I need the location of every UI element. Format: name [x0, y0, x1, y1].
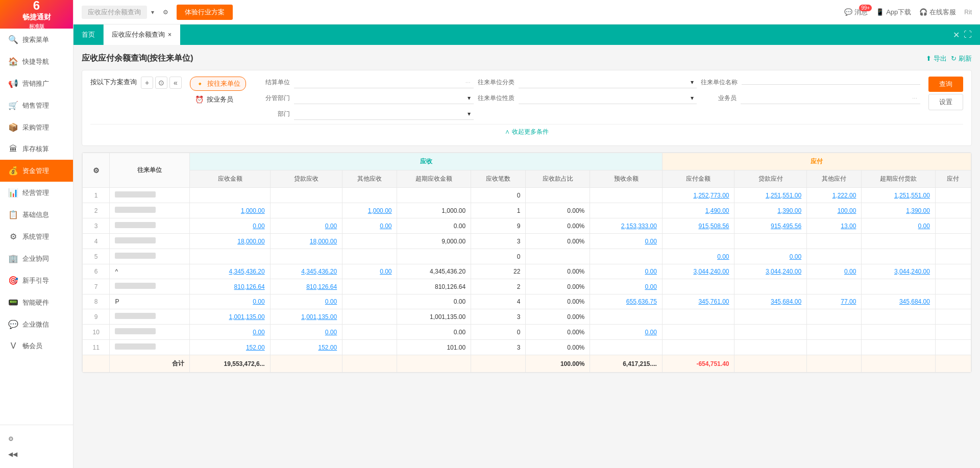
- col-ar-ratio: 应收款占比: [526, 170, 590, 188]
- table-cell[interactable]: 0.00: [190, 218, 270, 234]
- table-cell[interactable]: 152.00: [190, 340, 270, 355]
- table-cell[interactable]: 345,761.00: [662, 294, 734, 309]
- table-cell[interactable]: 4,345,436.20: [270, 264, 342, 279]
- sidebar-item-operation[interactable]: 📊 经营管理: [0, 182, 73, 204]
- table-cell[interactable]: 0.00: [270, 218, 342, 234]
- table-cell[interactable]: 1,000.00: [190, 203, 270, 218]
- table-cell[interactable]: 810,126.64: [190, 279, 270, 294]
- table-cell[interactable]: 1,252,773.00: [662, 188, 734, 203]
- sidebar-item-search[interactable]: 🔍 搜索菜单: [0, 29, 73, 51]
- settings-button[interactable]: 设置: [928, 94, 963, 110]
- sidebar-bottom-settings[interactable]: ⚙: [0, 431, 73, 447]
- filter-option-salesperson[interactable]: ⏰ 按业务员: [190, 93, 246, 106]
- sidebar-item-finance[interactable]: 💰 资金管理: [0, 160, 73, 182]
- table-cell[interactable]: 1,001,135.00: [270, 309, 342, 325]
- sidebar-item-purchase[interactable]: 📦 采购管理: [0, 116, 73, 138]
- table-cell[interactable]: 3,044,240.00: [662, 264, 734, 279]
- config-filter-button[interactable]: ⊙: [155, 77, 167, 89]
- online-service-button[interactable]: 🎧 在线客服: [919, 8, 956, 17]
- department-select[interactable]: ▾: [294, 108, 474, 120]
- settlement-input[interactable]: ···: [294, 77, 474, 88]
- refresh-button[interactable]: ↻ 刷新: [951, 54, 972, 63]
- sidebar-item-system[interactable]: ⚙ 系统管理: [0, 226, 73, 248]
- add-filter-button[interactable]: +: [141, 77, 153, 89]
- partner-name-input[interactable]: [742, 80, 920, 85]
- table-cell[interactable]: 1,251,551.00: [862, 188, 936, 203]
- logo-name: 畅捷通财: [22, 13, 51, 22]
- table-cell[interactable]: 915,495.56: [734, 218, 807, 234]
- table-cell[interactable]: 345,684.00: [734, 294, 807, 309]
- filter-option-partner[interactable]: 🔸 按往来单位: [190, 77, 246, 91]
- close-window-icon[interactable]: ✕: [953, 30, 960, 40]
- table-cell[interactable]: 1,251,551.00: [734, 188, 807, 203]
- table-settings-icon[interactable]: ⚙: [93, 166, 100, 175]
- table-cell[interactable]: 2,153,333.00: [590, 218, 663, 234]
- sidebar-item-sales[interactable]: 🛒 销售管理: [0, 94, 73, 116]
- table-cell[interactable]: 810,126.64: [270, 279, 342, 294]
- tab-close-icon[interactable]: ×: [168, 31, 172, 38]
- table-cell[interactable]: 915,508.56: [662, 218, 734, 234]
- export-button[interactable]: ⬆ 导出: [926, 54, 947, 63]
- partner-nature-select[interactable]: ▾: [519, 92, 697, 104]
- dropdown-arrow[interactable]: ▾: [151, 9, 154, 16]
- sidebar-item-inventory[interactable]: 🏛 库存核算: [0, 138, 73, 160]
- salesperson-input[interactable]: ···: [741, 92, 920, 104]
- sidebar-item-wechat[interactable]: 💬 企业微信: [0, 313, 73, 335]
- table-cell[interactable]: 0.00: [342, 218, 397, 234]
- table-cell[interactable]: 0.00: [862, 218, 936, 234]
- table-cell[interactable]: 0.00: [807, 264, 862, 279]
- table-cell[interactable]: 3,044,240.00: [862, 264, 936, 279]
- table-cell[interactable]: 0.00: [734, 249, 807, 264]
- table-cell[interactable]: 0.00: [270, 325, 342, 340]
- sidebar-item-label: 库存核算: [22, 144, 49, 154]
- more-filter-button[interactable]: «: [169, 77, 182, 89]
- marketing-icon: 📢: [8, 79, 18, 88]
- table-cell[interactable]: 77.00: [807, 294, 862, 309]
- sidebar-bottom-collapse[interactable]: ◀◀: [0, 447, 73, 462]
- sidebar-item-basic[interactable]: 📋 基础信息: [0, 204, 73, 226]
- table-cell[interactable]: 0.00: [270, 294, 342, 309]
- sidebar-item-marketing[interactable]: 📢 营销推广: [0, 72, 73, 94]
- table-cell[interactable]: 18,000.00: [270, 234, 342, 249]
- table-cell[interactable]: 1,222.00: [807, 188, 862, 203]
- sidebar-item-quicknav[interactable]: 🏠 快捷导航: [0, 51, 73, 72]
- solution-button[interactable]: 体验行业方案: [177, 5, 233, 20]
- table-cell[interactable]: 0.00: [190, 325, 270, 340]
- table-cell[interactable]: 655,636.75: [590, 294, 663, 309]
- table-cell[interactable]: 18,000.00: [190, 234, 270, 249]
- table-cell[interactable]: 1,001,135.00: [190, 309, 270, 325]
- partner-cat-select[interactable]: ▾: [519, 77, 697, 88]
- sidebar-item-hardware[interactable]: 📟 智能硬件: [0, 291, 73, 313]
- table-cell[interactable]: 1,490.00: [662, 203, 734, 218]
- table-cell[interactable]: 0.00: [190, 294, 270, 309]
- table-cell[interactable]: 0.00: [342, 264, 397, 279]
- table-cell[interactable]: 0.00: [590, 264, 663, 279]
- table-cell[interactable]: 0.00: [590, 325, 663, 340]
- sidebar-item-label: 基础信息: [22, 210, 49, 219]
- table-cell[interactable]: 345,684.00: [862, 294, 936, 309]
- tab-home[interactable]: 首页: [74, 24, 104, 45]
- table-cell[interactable]: 152.00: [270, 340, 342, 355]
- table-cell[interactable]: 13.00: [807, 218, 862, 234]
- table-cell[interactable]: 0.00: [662, 249, 734, 264]
- gear-icon[interactable]: ⚙: [158, 5, 173, 19]
- filter-more-button[interactable]: ∧ 收起更多条件: [90, 124, 963, 139]
- table-cell[interactable]: 0.00: [590, 234, 663, 249]
- table-cell[interactable]: 3,044,240.00: [734, 264, 807, 279]
- maximize-icon[interactable]: ⛶: [964, 30, 972, 39]
- sidebar-item-corp[interactable]: 🏢 企业协同: [0, 248, 73, 269]
- tab-arquery[interactable]: 应收应付余额查询 ×: [104, 24, 180, 45]
- export-label: 导出: [934, 54, 947, 63]
- table-cell[interactable]: 1,390.00: [862, 203, 936, 218]
- sidebar-item-guide[interactable]: 🎯 新手引导: [0, 269, 73, 291]
- app-download-button[interactable]: 📱 App下载: [876, 8, 911, 17]
- table-cell[interactable]: 100.00: [807, 203, 862, 218]
- table-cell[interactable]: 4,345,436.20: [190, 264, 270, 279]
- table-cell[interactable]: 0.00: [590, 279, 663, 294]
- sidebar-item-member[interactable]: V 畅会员: [0, 335, 73, 357]
- dept-select[interactable]: ▾: [294, 92, 474, 104]
- message-button[interactable]: 💬 消息 99+: [844, 8, 868, 17]
- table-cell[interactable]: 1,390.00: [734, 203, 807, 218]
- query-button[interactable]: 查询: [928, 77, 963, 92]
- table-cell[interactable]: 1,000.00: [342, 203, 397, 218]
